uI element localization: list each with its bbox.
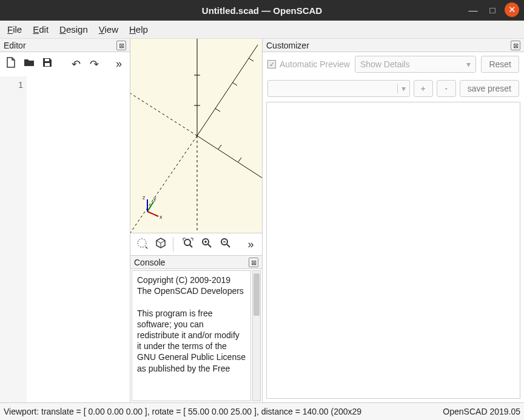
svg-line-9 (238, 158, 241, 162)
customizer-pane: Customizer ⊠ ✓ Automatic Preview Show De… (263, 39, 524, 402)
svg-line-11 (232, 82, 237, 85)
statusbar-viewport-info: Viewport: translate = [ 0.00 0.00 0.00 ]… (4, 407, 361, 416)
auto-preview-label: Automatic Preview (280, 59, 350, 69)
auto-preview-checkbox[interactable]: ✓ Automatic Preview (267, 59, 350, 69)
editor-body: 1 (0, 76, 130, 402)
menu-design[interactable]: Design (59, 24, 88, 35)
chevron-down-icon: ▾ (397, 84, 406, 93)
svg-line-3 (130, 93, 197, 136)
new-file-icon[interactable] (5, 57, 17, 71)
window-title: Untitled.scad — OpenSCAD (202, 5, 322, 16)
zoom-fit-icon[interactable] (181, 238, 194, 252)
show-details-dropdown[interactable]: Show Details ▾ (355, 56, 476, 73)
code-area[interactable] (27, 76, 130, 402)
render-icon[interactable] (154, 238, 167, 252)
zoom-in-icon[interactable] (200, 238, 213, 252)
viewport-overflow-icon[interactable]: » (244, 238, 257, 251)
customizer-title: Customizer (266, 41, 309, 50)
chevron-down-icon: ▾ (466, 59, 471, 69)
show-details-label: Show Details (360, 59, 410, 69)
svg-line-12 (249, 58, 254, 61)
close-button[interactable]: ✕ (505, 2, 519, 17)
preview-icon[interactable]: » (135, 237, 148, 252)
editor-title: Editor (4, 41, 26, 50)
maximize-button[interactable]: □ (485, 2, 500, 17)
editor-close-icon[interactable]: ⊠ (116, 41, 126, 50)
save-file-icon[interactable] (41, 57, 53, 71)
svg-rect-1 (45, 63, 50, 66)
checkbox-icon: ✓ (267, 60, 276, 68)
svg-line-2 (197, 136, 262, 178)
titlebar: Untitled.scad — OpenSCAD — □ ✕ (0, 0, 524, 21)
menu-view[interactable]: View (99, 24, 118, 35)
zoom-out-icon[interactable] (220, 238, 232, 252)
console-scrollbar[interactable] (252, 270, 261, 401)
preset-add-button[interactable]: + (414, 80, 433, 97)
svg-rect-0 (45, 59, 49, 61)
editor-toolbar: ↶ ↷ » (0, 52, 130, 76)
console-text[interactable]: Copyright (C) 2009-2019 The OpenSCAD Dev… (132, 270, 251, 401)
svg-text:y: y (153, 196, 156, 202)
svg-point-23 (184, 239, 190, 245)
save-preset-button[interactable]: save preset (460, 80, 519, 97)
customizer-header: Customizer ⊠ (263, 39, 524, 52)
open-file-icon[interactable] (23, 57, 35, 71)
statusbar: Viewport: translate = [ 0.00 0.00 0.00 ]… (0, 402, 524, 420)
minimize-button[interactable]: — (466, 2, 480, 17)
editor-pane: Editor ⊠ ↶ ↷ » 1 (0, 39, 130, 402)
scrollbar-thumb[interactable] (254, 273, 260, 316)
undo-icon[interactable]: ↶ (70, 58, 82, 71)
statusbar-version: OpenSCAD 2019.05 (443, 407, 520, 416)
editor-header: Editor ⊠ (0, 39, 130, 52)
menu-file[interactable]: File (7, 24, 22, 35)
viewport-3d[interactable]: x y z (130, 39, 262, 233)
menubar: File Edit Design View Help (0, 21, 524, 39)
svg-line-5 (130, 136, 197, 233)
line-gutter: 1 (0, 76, 27, 402)
console-close-icon[interactable]: ⊠ (249, 258, 258, 267)
reset-button[interactable]: Reset (481, 56, 519, 73)
console-pane: Console ⊠ Copyright (C) 2009-2019 The Op… (130, 256, 262, 402)
svg-text:x: x (160, 214, 163, 220)
main-area: Editor ⊠ ↶ ↷ » 1 (0, 39, 524, 402)
viewport-toolbar: » » (130, 233, 262, 256)
save-preset-label: save preset (468, 84, 511, 93)
customizer-close-icon[interactable]: ⊠ (511, 41, 520, 50)
line-number: 1 (0, 80, 23, 90)
menu-edit[interactable]: Edit (33, 24, 49, 35)
svg-text:»: » (139, 247, 142, 249)
redo-icon[interactable]: ↷ (89, 58, 101, 71)
console-header: Console ⊠ (130, 256, 262, 269)
center-column: x y z » » (130, 39, 263, 402)
svg-text:z: z (143, 195, 146, 201)
preset-remove-button[interactable]: - (437, 80, 456, 97)
console-title: Console (134, 258, 165, 267)
svg-line-10 (215, 108, 220, 112)
customizer-body (266, 102, 520, 399)
preset-dropdown[interactable]: ▾ (267, 80, 410, 97)
svg-line-8 (218, 145, 221, 149)
svg-line-16 (147, 202, 153, 212)
reset-label: Reset (489, 59, 511, 69)
toolbar-overflow-icon[interactable]: » (113, 58, 125, 70)
svg-point-21 (138, 239, 146, 247)
svg-line-15 (147, 212, 158, 216)
menu-help[interactable]: Help (129, 24, 148, 35)
